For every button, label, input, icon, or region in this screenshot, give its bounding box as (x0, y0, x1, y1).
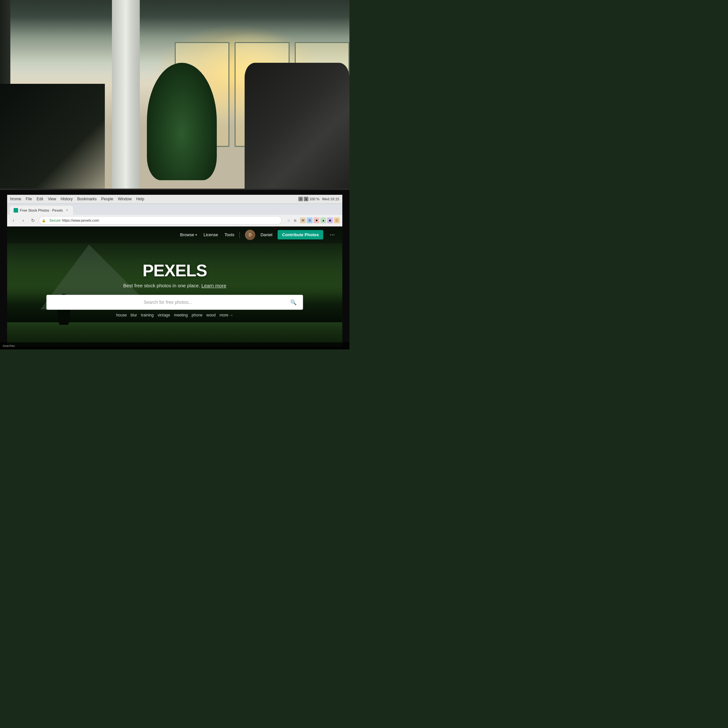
hero-content: PEXELS Best free stock photos in one pla… (24, 261, 326, 317)
tag-training[interactable]: training (141, 313, 154, 317)
office-background (0, 0, 349, 210)
menu-help[interactable]: Help (136, 197, 144, 201)
menu-file[interactable]: File (26, 197, 32, 201)
menu-edit[interactable]: Edit (37, 197, 43, 201)
back-button[interactable]: ‹ (10, 216, 17, 224)
wifi-icon: ⊕ (298, 197, 303, 201)
menu-view[interactable]: View (48, 197, 56, 201)
plant-leaves (147, 63, 217, 180)
secure-label: Secure (49, 219, 61, 222)
user-avatar[interactable]: D (245, 230, 255, 240)
refresh-button[interactable]: ↻ (29, 216, 37, 224)
monitor-bezel: hrome File Edit View History Bookmarks P… (0, 189, 349, 349)
browse-label: Browse (180, 232, 194, 237)
ext-icon-6[interactable]: ⬡ (334, 217, 340, 223)
ext-icon-3[interactable]: ■ (314, 217, 320, 223)
browser-titlebar: hrome File Edit View History Bookmarks P… (7, 195, 343, 204)
taskbar-searches-label: Searches (3, 344, 15, 347)
menu-chrome[interactable]: hrome (10, 197, 21, 201)
menu-history[interactable]: History (61, 197, 72, 201)
pexels-hero-section: Browse ▾ License Tools D Daniel Contribu… (7, 226, 343, 346)
ext-icon-1[interactable]: M (300, 217, 306, 223)
titlebar-right: ⊕ ▮ 100 % Wed 16:15 (298, 197, 339, 201)
tag-blur[interactable]: blur (131, 313, 137, 317)
tab-favicon (14, 208, 18, 213)
monitor-screen: hrome File Edit View History Bookmarks P… (7, 195, 343, 346)
learn-more-link[interactable]: Learn more (202, 283, 226, 288)
pexels-navbar: Browse ▾ License Tools D Daniel Contribu… (7, 226, 343, 243)
url-text: https://www.pexels.com (62, 219, 99, 222)
office-chair (245, 63, 349, 210)
contribute-photos-button[interactable]: Contribute Photos (278, 230, 323, 239)
search-box[interactable]: Search for free photos... 🔍 (46, 295, 303, 310)
search-icon[interactable]: 🔍 (288, 297, 299, 307)
tag-wood[interactable]: wood (206, 313, 216, 317)
tag-phone[interactable]: phone (191, 313, 202, 317)
nav-tools[interactable]: Tools (225, 232, 234, 237)
clock-display: Wed 16:15 (322, 197, 339, 201)
tag-meeting[interactable]: meeting (174, 313, 188, 317)
search-input[interactable]: Search for free photos... (51, 300, 285, 305)
address-right-icons: ☆ ⊞ (286, 217, 298, 223)
tab-title: Free Stock Photos · Pexels (20, 208, 63, 212)
pexels-title: PEXELS (24, 261, 326, 280)
battery-percent: 100 % (309, 197, 320, 201)
more-options-button[interactable]: ··· (329, 231, 336, 238)
user-name: Daniel (260, 232, 272, 237)
pexels-subtitle: Best free stock photos in one place. Lea… (24, 283, 326, 288)
lock-icon: 🔒 (42, 219, 46, 222)
nav-divider (239, 232, 240, 238)
active-tab[interactable]: Free Stock Photos · Pexels × (10, 206, 73, 215)
plant-decoration (147, 63, 217, 210)
ext-icon-5[interactable]: ◉ (327, 217, 333, 223)
menu-bar: hrome File Edit View History Bookmarks P… (10, 197, 144, 201)
nav-browse[interactable]: Browse ▾ (180, 232, 197, 237)
menu-window[interactable]: Window (118, 197, 132, 201)
taskbar: Searches (0, 342, 349, 349)
bookmark-star-icon[interactable]: ☆ (286, 217, 292, 223)
tab-close-button[interactable]: × (65, 208, 69, 213)
more-tags-link[interactable]: more → (219, 313, 233, 317)
search-tags: house blur training vintage meeting phon… (24, 313, 326, 317)
ext-icon-2[interactable]: G (307, 217, 312, 223)
extensions-icon[interactable]: ⊞ (292, 217, 298, 223)
tag-house[interactable]: house (116, 313, 127, 317)
menu-bookmarks[interactable]: Bookmarks (77, 197, 97, 201)
battery-icon: ▮ (304, 197, 308, 201)
website-content: Browse ▾ License Tools D Daniel Contribu… (7, 226, 343, 346)
system-status-icons: ⊕ ▮ 100 % (298, 197, 320, 201)
nav-links: Browse ▾ License Tools (180, 232, 235, 237)
browse-dropdown-icon: ▾ (196, 233, 197, 237)
browser-window: hrome File Edit View History Bookmarks P… (7, 195, 343, 346)
extension-icons-row: M G ■ ▲ ◉ ⬡ (300, 217, 340, 223)
tabs-bar: Free Stock Photos · Pexels × (7, 204, 343, 215)
ext-icon-4[interactable]: ▲ (320, 217, 326, 223)
titlebar-left: hrome File Edit View History Bookmarks P… (10, 197, 299, 201)
menu-people[interactable]: People (101, 197, 113, 201)
url-input[interactable]: 🔒 Secure https://www.pexels.com (39, 216, 282, 225)
subtitle-text: Best free stock photos in one place. (123, 283, 200, 288)
nav-license[interactable]: License (203, 232, 218, 237)
tag-vintage[interactable]: vintage (158, 313, 170, 317)
address-bar: ‹ › ↻ 🔒 Secure https://www.pexels.com ☆ … (7, 215, 343, 226)
forward-button[interactable]: › (20, 216, 27, 224)
pillar-column (112, 0, 140, 210)
